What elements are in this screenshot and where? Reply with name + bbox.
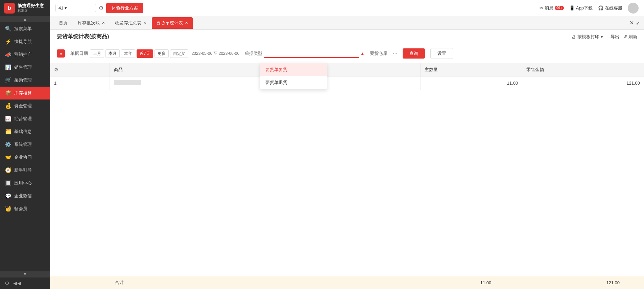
table-row: 1 块 11.00 121.00 <box>50 76 644 90</box>
sidebar-item-wechat[interactable]: 💬企业微信 <box>0 190 50 202</box>
filter-bar: » 单据日期 上月本月本年近7天更多自定义 2023-05-06 至 2023-… <box>50 44 644 63</box>
settings-footer-icon[interactable]: ⚙ <box>5 280 9 286</box>
date-btn-自定义[interactable]: 自定义 <box>170 49 188 58</box>
dropdown-item-order-goods[interactable]: 要货单要货 <box>260 63 327 76</box>
td-quantity-0: 11.00 <box>420 76 522 90</box>
sidebar-item-guide[interactable]: 🧭新手引导 <box>0 164 50 177</box>
topbar: 41 ▾ ⚙ 体验行业方案 ✉ 消息 99+ 📱 App下载 🎧 在线客服 <box>50 0 644 16</box>
filter-expand-button[interactable]: » <box>57 49 65 58</box>
sidebar-header: b 畅捷通好生意 标准版 <box>0 0 50 16</box>
sidebar-item-label-sales: 销售管理 <box>14 64 32 70</box>
sidebar-item-label-system: 系统管理 <box>14 141 32 148</box>
sidebar-scroll-down[interactable]: ▼ <box>0 271 50 277</box>
filter-more-icon[interactable]: ··· <box>393 50 397 57</box>
page-content: 要货单统计表(按商品) 🖨 按模板打印 ▾ ↓ 导出 ↺ 刷新 » <box>50 30 644 289</box>
setting-button[interactable]: 设置 <box>430 48 453 59</box>
tab-home[interactable]: 首页 <box>54 17 72 29</box>
tab-close-order-stats[interactable]: ✕ <box>185 21 188 25</box>
table-footer: 合计 11.00 121.00 <box>50 276 644 289</box>
tabbar-close-all[interactable]: ✕ <box>629 20 634 26</box>
sidebar-item-label-vip: 畅会员 <box>14 206 27 212</box>
th-gear[interactable]: ⚙ <box>50 63 110 76</box>
sidebar-item-label-purchase: 采购管理 <box>14 77 32 83</box>
tabbar-expand-icon[interactable]: ⤢ <box>636 20 640 26</box>
sidebar-footer: ⚙ ◀◀ <box>0 277 50 289</box>
export-icon: ↓ <box>607 34 610 39</box>
sidebar-item-system[interactable]: ⚙️系统管理 <box>0 138 50 151</box>
sidebar-item-operations[interactable]: 📈经营管理 <box>0 112 50 125</box>
collapse-footer-icon[interactable]: ◀◀ <box>13 280 21 286</box>
footer-quantity: 11.00 <box>480 280 492 285</box>
online-service-action[interactable]: 🎧 在线客服 <box>598 5 622 11</box>
sidebar-item-label-basic: 基础信息 <box>14 129 32 135</box>
data-table: ⚙ 商品 主计量单位 主数量 零售金额 1 块 11.00 121.00 <box>50 63 644 90</box>
type-select-input[interactable] <box>264 49 359 58</box>
sales-icon: 📊 <box>5 64 11 70</box>
wechat-icon: 💬 <box>5 193 11 199</box>
sidebar-item-label-enterprise: 企业协同 <box>14 154 32 160</box>
sidebar-item-enterprise[interactable]: 🤝企业协同 <box>0 151 50 164</box>
messages-action[interactable]: ✉ 消息 99+ <box>540 5 564 11</box>
sidebar-item-label-operations: 经营管理 <box>14 116 32 122</box>
purchase-icon: 🛒 <box>5 77 11 83</box>
tab-label-recv-summary: 收发存汇总表 <box>115 20 141 26</box>
tab-label-order-stats: 要货单统计表 <box>157 20 183 26</box>
sidebar-item-purchase[interactable]: 🛒采购管理 <box>0 74 50 87</box>
sidebar-item-label-search: 搜索菜单 <box>14 26 32 32</box>
sidebar-item-finance[interactable]: 💰资金管理 <box>0 99 50 112</box>
sidebar-item-quick-nav[interactable]: ⚡快捷导航 <box>0 35 50 48</box>
date-filter-label: 单据日期 <box>70 50 88 57</box>
tab-stock-batch[interactable]: 库存批次账✕ <box>73 17 110 29</box>
finance-icon: 💰 <box>5 103 11 109</box>
avatar[interactable] <box>628 3 639 14</box>
sidebar-item-marketing[interactable]: 📣营销推广 <box>0 48 50 61</box>
sidebar-item-sales[interactable]: 📊销售管理 <box>0 61 50 74</box>
date-btn-本月[interactable]: 本月 <box>105 49 120 58</box>
sidebar-item-vip[interactable]: 👑畅会员 <box>0 202 50 215</box>
sidebar-item-basic[interactable]: 🗂️基础信息 <box>0 125 50 138</box>
dropdown-item-order-return[interactable]: 要货单退货 <box>260 76 327 89</box>
date-btn-本年[interactable]: 本年 <box>121 49 135 58</box>
vip-icon: 👑 <box>5 206 11 212</box>
date-btn-近7天[interactable]: 近7天 <box>137 49 153 58</box>
sidebar-item-apps[interactable]: 🔲应用中心 <box>0 177 50 190</box>
sidebar-scroll-up[interactable]: ▲ <box>0 16 50 22</box>
guide-icon: 🧭 <box>5 167 11 173</box>
trial-button[interactable]: 体验行业方案 <box>106 3 143 13</box>
tab-label-stock-batch: 库存批次账 <box>78 20 100 26</box>
type-filter-label: 单据类型 <box>245 50 262 57</box>
table-header-row: ⚙ 商品 主计量单位 主数量 零售金额 <box>50 63 644 76</box>
date-filter-buttons: 上月本月本年近7天更多自定义 <box>90 49 188 58</box>
sidebar-nav: 🔍搜索菜单⚡快捷导航📣营销推广📊销售管理🛒采购管理📦库存核算💰资金管理📈经营管理… <box>0 22 50 271</box>
inventory-icon: 📦 <box>5 90 11 96</box>
topbar-gear-icon[interactable]: ⚙ <box>99 5 103 11</box>
th-quantity: 主数量 <box>420 63 522 76</box>
tab-recv-summary[interactable]: 收发存汇总表✕ <box>110 17 151 29</box>
app-title: 畅捷通好生意 标准版 <box>18 3 44 13</box>
type-select-arrow-icon[interactable]: ▲ <box>360 51 364 56</box>
headset-icon: 🎧 <box>598 5 603 10</box>
tab-close-stock-batch[interactable]: ✕ <box>102 21 105 25</box>
tab-order-stats[interactable]: 要货单统计表✕ <box>152 17 193 29</box>
basic-icon: 🗂️ <box>5 129 11 135</box>
warehouse-filter-label: 要货仓库 <box>370 50 387 57</box>
export-action[interactable]: ↓ 导出 <box>607 34 620 40</box>
tab-close-recv-summary[interactable]: ✕ <box>143 21 146 25</box>
type-filter-group: 单据类型 ▲ <box>245 49 364 58</box>
th-amount: 零售金额 <box>522 63 644 76</box>
date-btn-更多[interactable]: 更多 <box>154 49 169 58</box>
query-button[interactable]: 查询 <box>403 48 425 59</box>
sidebar-item-search[interactable]: 🔍搜索菜单 <box>0 22 50 35</box>
sidebar-item-inventory[interactable]: 📦库存核算 <box>0 87 50 99</box>
date-range-display: 2023-05-06 至 2023-06-06 <box>192 51 239 57</box>
date-filter-group: 单据日期 上月本月本年近7天更多自定义 2023-05-06 至 2023-06… <box>70 49 239 58</box>
messages-badge: 99+ <box>555 6 564 10</box>
date-btn-上月[interactable]: 上月 <box>90 49 104 58</box>
app-logo: b <box>4 3 15 14</box>
sidebar-item-label-marketing: 营销推广 <box>14 51 32 58</box>
company-selector[interactable]: 41 ▾ <box>55 4 96 12</box>
print-icon: 🖨 <box>572 34 576 39</box>
print-action[interactable]: 🖨 按模板打印 ▾ <box>572 34 603 40</box>
app-download-action[interactable]: 📱 App下载 <box>569 5 593 11</box>
refresh-action[interactable]: ↺ 刷新 <box>623 34 637 40</box>
